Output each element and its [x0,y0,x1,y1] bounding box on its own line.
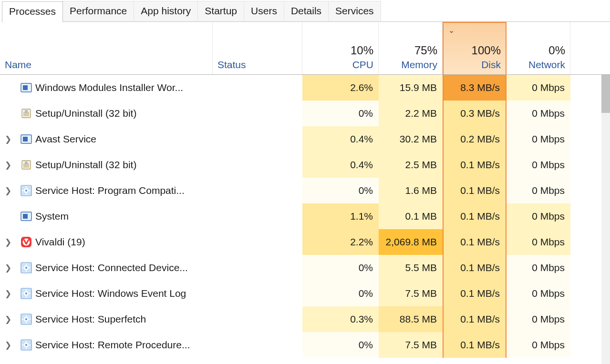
process-row[interactable]: ❯Service Host: Connected Device...0%5.5 … [0,255,610,281]
process-network: 0 Mbps [507,75,570,101]
process-status [213,332,302,358]
process-memory: 7.5 MB [379,332,443,358]
app-blue-icon [20,81,32,94]
process-row[interactable]: Windows Modules Installer Wor...2.6%15.9… [0,75,610,101]
process-cpu: 0.4% [302,152,379,178]
gear-icon [20,184,32,197]
process-network: 0 Mbps [507,178,570,203]
process-row[interactable]: ❯Setup/Uninstall (32 bit)0.4%2.5 MB0.1 M… [0,152,610,178]
process-name: Service Host: Connected Device... [35,262,188,273]
process-disk: 0.1 MB/s [443,281,507,306]
process-row[interactable]: ❯Service Host: Program Compati...0%1.6 M… [0,178,610,203]
process-name: Service Host: Remote Procedure... [35,339,190,351]
process-name: Service Host: Superfetch [35,313,146,325]
process-row[interactable]: System1.1%0.1 MB0.1 MB/s0 Mbps [0,203,610,229]
process-memory: 2,069.8 MB [379,229,443,255]
chevron-right-icon[interactable]: ❯ [5,263,17,273]
col-network[interactable]: 0% Network [507,22,570,74]
process-cpu: 1.1% [302,203,379,229]
task-manager-window: ProcessesPerformanceApp historyStartupUs… [0,0,610,364]
process-row[interactable]: Setup/Uninstall (32 bit)0%2.2 MB0.3 MB/s… [0,101,610,126]
process-network: 0 Mbps [507,203,570,229]
process-row[interactable]: ❯Avast Service0.4%30.2 MB0.2 MB/s0 Mbps [0,126,610,152]
col-status[interactable]: Status [213,22,302,74]
process-disk: 0.1 MB/s [443,152,507,178]
process-memory: 2.5 MB [379,152,443,178]
chevron-right-icon[interactable]: ❯ [5,340,17,350]
process-status [213,306,302,332]
chevron-right-icon[interactable]: ❯ [5,134,17,144]
process-name: Avast Service [35,133,96,145]
process-status [213,229,302,255]
process-disk: 8.3 MB/s [443,75,507,101]
chevron-right-icon[interactable]: ❯ [5,314,17,324]
process-network: 0 Mbps [507,306,570,332]
process-network: 0 Mbps [507,255,570,281]
process-cpu: 2.6% [302,75,379,101]
process-network: 0 Mbps [507,152,570,178]
process-disk: 0.1 MB/s [443,229,507,255]
process-row[interactable]: ❯Service Host: Superfetch0.3%88.5 MB0.1 … [0,306,610,332]
tab-app-history[interactable]: App history [134,1,198,22]
process-disk: 0.1 MB/s [443,255,507,281]
row-spacer [570,178,579,203]
process-cpu: 2.2% [302,229,379,255]
chevron-right-icon[interactable]: ❯ [5,237,17,247]
tab-bar: ProcessesPerformanceApp historyStartupUs… [0,0,610,22]
process-name: Service Host: Windows Event Log [35,288,186,299]
col-name[interactable]: Name [0,22,213,74]
app-blue-icon [20,210,32,222]
tab-services[interactable]: Services [328,1,381,22]
row-spacer [570,203,579,229]
tab-performance[interactable]: Performance [62,1,134,22]
row-spacer [570,255,579,281]
process-cpu: 0% [302,178,379,203]
process-network: 0 Mbps [507,332,570,358]
process-status [213,203,302,229]
process-memory: 15.9 MB [379,75,443,101]
process-memory: 2.2 MB [379,101,443,126]
process-disk: 0.2 MB/s [443,126,507,152]
process-status [213,75,302,101]
scrollbar-track[interactable] [601,75,610,364]
process-memory: 1.6 MB [379,178,443,203]
process-list: Windows Modules Installer Wor...2.6%15.9… [0,75,610,364]
sort-indicator-icon: ⌄ [448,26,455,35]
gear-icon [20,339,32,351]
process-memory: 7.5 MB [379,281,443,306]
process-name: Service Host: Program Compati... [35,185,185,196]
tab-users[interactable]: Users [244,1,284,22]
process-row[interactable]: ❯Service Host: Windows Event Log0%7.5 MB… [0,281,610,306]
process-disk: 0.1 MB/s [443,332,507,358]
chevron-right-icon[interactable]: ❯ [5,160,17,170]
process-disk: 0.3 MB/s [443,101,507,126]
process-row[interactable]: ❯Service Host: Remote Procedure...0%7.5 … [0,332,610,358]
col-cpu[interactable]: 10% CPU [302,22,379,74]
process-name: Setup/Uninstall (32 bit) [35,108,136,119]
col-disk[interactable]: ⌄ 100% Disk [443,22,507,74]
scrollbar-thumb[interactable] [601,75,610,113]
tab-details[interactable]: Details [284,1,329,22]
process-disk: 0.1 MB/s [443,178,507,203]
process-name: Windows Modules Installer Wor... [35,82,183,93]
tab-processes[interactable]: Processes [2,1,63,22]
col-memory[interactable]: 75% Memory [379,22,443,74]
process-name: Vivaldi (19) [35,236,85,248]
gear-icon [20,262,32,274]
process-status [213,281,302,306]
process-memory: 88.5 MB [379,306,443,332]
process-cpu: 0% [302,255,379,281]
row-spacer [570,126,579,152]
process-row[interactable]: ❯Vivaldi (19)2.2%2,069.8 MB0.1 MB/s0 Mbp… [0,229,610,255]
process-cpu: 0.3% [302,306,379,332]
process-network: 0 Mbps [507,281,570,306]
row-spacer [570,229,579,255]
process-status [213,255,302,281]
chevron-right-icon[interactable]: ❯ [5,186,17,196]
tab-startup[interactable]: Startup [197,1,244,22]
process-status [213,101,302,126]
row-spacer [570,101,579,126]
chevron-right-icon[interactable]: ❯ [5,289,17,299]
process-name: System [35,211,69,222]
row-spacer [570,306,579,332]
